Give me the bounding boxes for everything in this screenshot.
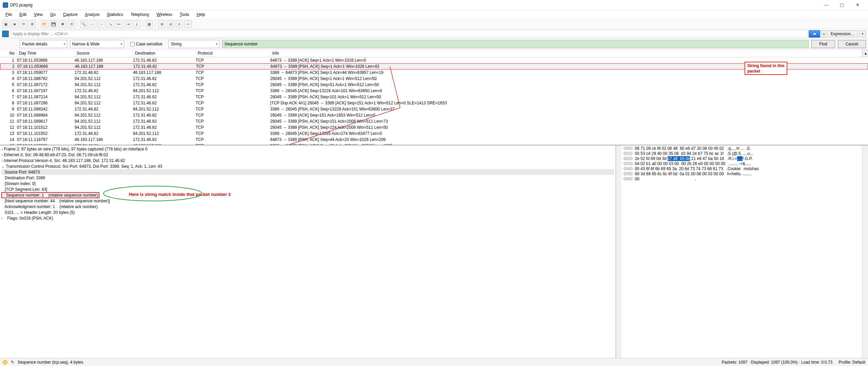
close-button[interactable]: ✕ (850, 0, 865, 10)
filter-dropdown-icon[interactable]: ▾ (822, 30, 826, 38)
expert-info-icon[interactable] (3, 360, 7, 365)
edit-icon[interactable]: ✎ (11, 360, 14, 365)
packet-list-pane: No Day Time Source Destination Protocol … (0, 49, 868, 145)
col-no[interactable]: No (0, 49, 17, 57)
detail-line[interactable]: Transmission Control Protocol, Src Port:… (1, 163, 614, 169)
hex-line[interactable]: 0020 2e 52 fd 69 0d 3d c7 a9 b5 de 21 e9… (624, 156, 860, 161)
hex-line[interactable]: 0030 04 02 b1 a0 00 00 03 00 00 2b 26 e0… (624, 161, 860, 166)
packet-row[interactable]: 807:16:11.08728694.201.52.112172.31.46.8… (0, 100, 868, 106)
detail-line[interactable]: Ethernet II, Src: 06:48:80:e6:d7:20, Dst… (1, 152, 614, 158)
go-first-icon[interactable]: ⇤ (115, 20, 123, 28)
detail-line[interactable]: [TCP Segment Len: 43] (1, 186, 614, 192)
packet-bytes-pane[interactable]: 0000 06 71 09 cb f8 02 06 48 80 e6 d7 20… (622, 145, 862, 358)
detail-line[interactable]: Destination Port: 3389 (1, 175, 614, 181)
packet-row[interactable]: 1207:16:11.10151294.201.52.112172.31.46.… (0, 124, 868, 130)
zoom-out-icon[interactable]: ⊖ (167, 20, 174, 28)
packet-row[interactable]: 307:16:11.059077172.31.46.8246.183.117.1… (0, 69, 868, 76)
go-to-packet-icon[interactable]: ↘ (106, 20, 114, 28)
hex-line[interactable]: 0040 00 43 6f 6f 6b 69 65 3a 20 6d 73 74… (624, 166, 860, 171)
menu-analyze[interactable]: Analyze (82, 11, 103, 18)
packet-list-scrollbar[interactable]: ▴ (862, 49, 868, 57)
start-capture-icon[interactable]: ▣ (2, 20, 9, 28)
detail-line[interactable]: [Stream index: 0] (1, 181, 614, 186)
expression-button[interactable]: Expression… (828, 30, 858, 37)
col-info[interactable]: Info (270, 49, 862, 57)
menu-capture[interactable]: Capture (60, 11, 81, 18)
packet-row[interactable]: 407:16:11.08678294.201.52.112172.31.46.8… (0, 76, 868, 82)
detail-line[interactable]: [Next sequence number: 44 (relative sequ… (1, 198, 614, 204)
capture-options-icon[interactable]: ⚙ (28, 20, 36, 28)
add-filter-button[interactable]: + (859, 30, 866, 37)
stop-capture-icon[interactable]: ■ (11, 20, 18, 28)
packet-row[interactable]: 1007:16:11.08898494.201.52.112172.31.46.… (0, 112, 868, 118)
menu-wireless[interactable]: Wireless (153, 11, 176, 18)
case-sensitive-checkbox[interactable]: Case sensitive (127, 42, 166, 46)
annotation-string-match: Here is string match inside that packet … (129, 192, 231, 197)
find-charset-combo[interactable]: Narrow & Wide (70, 40, 124, 48)
detail-line[interactable]: 0101 .... = Header Length: 20 bytes (5) (1, 209, 614, 215)
packet-row[interactable]: 707:16:11.08721494.201.52.112172.31.46.8… (0, 94, 868, 100)
menu-tools[interactable]: Tools (176, 11, 193, 18)
col-protocol[interactable]: Protocol (196, 49, 270, 57)
colorize-icon[interactable]: ▦ (145, 20, 153, 28)
find-button[interactable]: Find (811, 40, 835, 48)
packet-row[interactable]: 1407:16:11.11679746.183.117.188172.31.46… (0, 137, 868, 143)
menu-edit[interactable]: Edit (16, 11, 30, 18)
reload-icon[interactable]: ⟲ (67, 20, 75, 28)
packet-row[interactable]: 1107:16:11.08981794.201.52.112172.31.46.… (0, 118, 868, 124)
minimize-button[interactable]: — (818, 0, 834, 10)
menu-statistics[interactable]: Statistics (103, 11, 126, 18)
detail-line[interactable]: Acknowledgment number: 1 (relative ack n… (1, 204, 614, 209)
status-profile[interactable]: Profile: Default (839, 360, 865, 365)
zoom-reset-icon[interactable]: ≡ (176, 20, 183, 28)
find-packet-icon[interactable]: 🔍 (80, 20, 87, 28)
details-scrollbar[interactable] (616, 145, 622, 358)
go-back-icon[interactable]: ← (89, 20, 96, 28)
packet-row[interactable]: 607:16:11.087197172.31.46.8294.201.52.11… (0, 88, 868, 94)
restart-capture-icon[interactable]: ⟳ (20, 20, 27, 28)
hex-scrollbar[interactable] (862, 145, 868, 358)
menu-help[interactable]: Help (193, 11, 209, 18)
window-title: DP2.pcapng (10, 3, 818, 7)
detail-line[interactable]: Internet Protocol Version 4, Src: 46.183… (1, 158, 614, 163)
packet-row[interactable]: 1507:16:11.120985172.31.46.8246.183.117.… (0, 143, 868, 145)
close-file-icon[interactable]: ✖ (59, 20, 66, 28)
packet-row[interactable]: 907:16:11.088342172.31.46.8294.201.52.11… (0, 106, 868, 112)
hex-line[interactable]: 0050 68 3d 68 65 6c 6c 6f 0d 0a 01 00 08… (624, 171, 860, 177)
menu-go[interactable]: Go (47, 11, 59, 18)
go-forward-icon[interactable]: → (98, 20, 105, 28)
bookmark-icon[interactable] (2, 30, 9, 37)
col-destination[interactable]: Destination (133, 49, 196, 57)
hex-line[interactable]: 0060 00 . (624, 177, 860, 182)
find-type-combo[interactable]: String (169, 40, 219, 48)
auto-scroll-icon[interactable]: ⤓ (133, 20, 140, 28)
apply-filter-button[interactable]: ➔ (809, 30, 820, 38)
col-time[interactable]: Day Time (17, 49, 75, 57)
menu-file[interactable]: File (2, 11, 15, 18)
col-source[interactable]: Source (75, 49, 133, 57)
packet-details-pane[interactable]: Frame 2: 97 bytes on wire (776 bits), 97… (0, 145, 616, 358)
go-last-icon[interactable]: ⇥ (124, 20, 132, 28)
menu-telephony[interactable]: Telephony (127, 11, 153, 18)
find-input[interactable] (222, 40, 809, 48)
packet-row[interactable]: 1307:16:11.101552172.31.46.8294.201.52.1… (0, 130, 868, 137)
open-file-icon[interactable]: 📂 (41, 20, 48, 28)
detail-line[interactable]: Sequence number: 1 (relative sequence nu… (1, 192, 614, 198)
detail-line[interactable]: Source Port: 64873 (1, 169, 614, 175)
find-scope-combo[interactable]: Packet details (20, 40, 67, 48)
maximize-button[interactable]: ▢ (834, 0, 850, 10)
display-filter-input[interactable] (10, 30, 807, 38)
packet-row[interactable]: 107:16:11.05388646.183.117.188172.31.46.… (0, 57, 868, 63)
packet-list-body[interactable]: 107:16:11.05388646.183.117.188172.31.46.… (0, 57, 868, 145)
hex-line[interactable]: 0000 06 71 09 cb f8 02 06 48 80 e6 d7 20… (624, 146, 860, 151)
detail-line[interactable]: Flags: 0x018 (PSH, ACK) (1, 215, 614, 221)
detail-line[interactable]: Frame 2: 97 bytes on wire (776 bits), 97… (1, 146, 614, 152)
hex-line[interactable]: 0010 00 53 c4 29 40 00 35 06 d2 94 2e b7… (624, 151, 860, 156)
packet-row[interactable]: 207:16:11.05388646.183.117.188172.31.46.… (0, 63, 868, 69)
zoom-in-icon[interactable]: ⊕ (158, 20, 165, 28)
cancel-button[interactable]: Cancel (838, 40, 866, 48)
save-file-icon[interactable]: 💾 (50, 20, 57, 28)
packet-row[interactable]: 507:16:11.08717294.201.52.112172.31.46.8… (0, 82, 868, 88)
menu-view[interactable]: View (31, 11, 46, 18)
resize-columns-icon[interactable]: ⇿ (184, 20, 192, 28)
